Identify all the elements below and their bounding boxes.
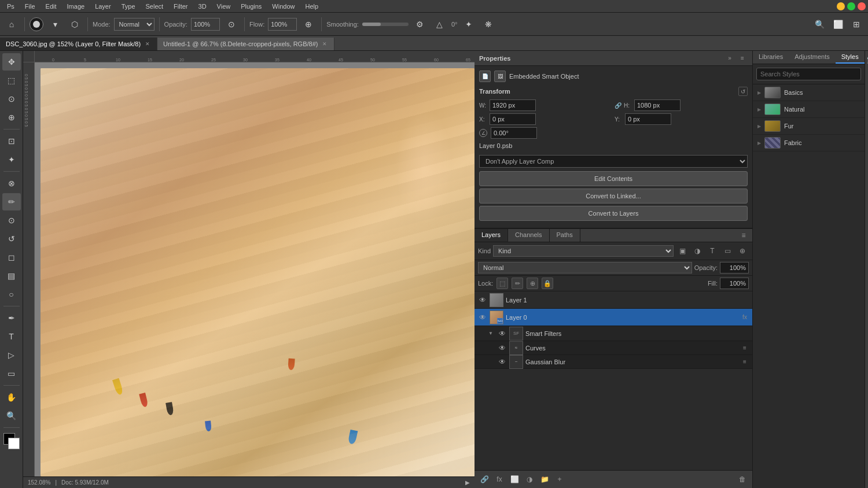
gaussian-blur-item[interactable]: 👁 ~ Gaussian Blur ≡ xyxy=(475,355,752,369)
add-style-btn[interactable]: fx xyxy=(493,473,506,486)
dodge-tool[interactable]: ○ xyxy=(2,286,21,303)
menu-ps[interactable]: Ps xyxy=(2,2,19,11)
symmetry-button[interactable]: ✦ xyxy=(461,16,477,32)
layer-1-visibility[interactable]: 👁 xyxy=(478,295,487,305)
convert-to-layers-button[interactable]: Convert to Layers xyxy=(479,206,748,221)
eraser-tool[interactable]: ◻ xyxy=(2,249,21,266)
style-basics[interactable]: ▶ Basics xyxy=(753,84,865,101)
history-brush-tool[interactable]: ↺ xyxy=(2,230,21,247)
menu-type[interactable]: Type xyxy=(117,2,140,11)
pen-tool[interactable]: ✒ xyxy=(2,309,21,327)
color-preview[interactable] xyxy=(3,433,20,449)
quick-select-tool[interactable]: ⊕ xyxy=(2,109,21,126)
smart-filters-item[interactable]: ▼ 👁 SF Smart Filters xyxy=(475,326,752,341)
status-arrow[interactable]: ▶ xyxy=(465,479,470,486)
smoothing-bar[interactable] xyxy=(362,23,409,26)
new-fill-btn[interactable]: ◑ xyxy=(523,473,536,486)
tab-1[interactable]: DSC_3060.jpg @ 152% (Layer 0, Filter Mas… xyxy=(0,38,157,50)
gaussian-vis[interactable]: 👁 xyxy=(498,357,507,367)
flow-input[interactable] xyxy=(268,18,297,31)
extra-button[interactable]: ❋ xyxy=(480,16,496,32)
w-input[interactable] xyxy=(490,99,536,111)
rs-grid-btn[interactable]: ⊞ xyxy=(865,113,868,126)
tab-layers[interactable]: Layers xyxy=(475,229,508,242)
kind-dropdown[interactable]: Kind xyxy=(493,245,674,257)
style-fabric[interactable]: ▶ Fabric xyxy=(753,135,865,151)
filter-shape-btn[interactable]: ▭ xyxy=(721,245,734,257)
airbrush-toggle[interactable]: ⊙ xyxy=(223,16,240,32)
new-layer-btn[interactable]: + xyxy=(553,473,566,486)
filter-pixel-btn[interactable]: ▣ xyxy=(676,245,689,257)
shape-tool[interactable]: ▭ xyxy=(2,365,21,382)
tab-2-close[interactable]: ✕ xyxy=(321,40,328,47)
angle-input[interactable] xyxy=(491,127,537,139)
smart-filters-visibility[interactable]: 👁 xyxy=(498,329,507,338)
canvas-area[interactable]: 0 5 10 15 20 25 30 35 40 45 50 55 60 65 … xyxy=(23,51,475,488)
menu-image[interactable]: Image xyxy=(62,2,90,11)
smoothing-settings[interactable]: ⚙ xyxy=(412,16,428,32)
gradient-tool[interactable]: ▤ xyxy=(2,267,21,284)
menu-select[interactable]: Select xyxy=(141,2,168,11)
menu-filter[interactable]: Filter xyxy=(169,2,192,11)
tab-1-close[interactable]: ✕ xyxy=(144,40,151,47)
delete-layer-btn[interactable]: 🗑 xyxy=(736,473,749,486)
tab-2[interactable]: Untitled-1 @ 66.7% (8.Delete-cropped-pix… xyxy=(157,38,334,50)
menu-view[interactable]: View xyxy=(212,2,236,11)
eyedropper-tool[interactable]: ✦ xyxy=(2,151,21,168)
clone-tool[interactable]: ⊙ xyxy=(2,212,21,229)
convert-to-linked-button[interactable]: Convert to Linked... xyxy=(479,188,748,204)
tab-paths[interactable]: Paths xyxy=(550,229,580,242)
curves-item[interactable]: 👁 ≈ Curves ≡ xyxy=(475,341,752,355)
rs-adjust-btn[interactable]: ◑ xyxy=(865,68,868,81)
link-layers-btn[interactable]: 🔗 xyxy=(478,473,491,486)
filter-adjust-btn[interactable]: ◑ xyxy=(691,245,704,257)
menu-file[interactable]: File xyxy=(20,2,40,11)
tab-adjustments[interactable]: Adjustments xyxy=(789,51,836,64)
layer-0-visibility[interactable]: 👁 xyxy=(478,313,487,322)
layer-comp-dropdown[interactable]: Don't Apply Layer Comp xyxy=(479,155,748,168)
menu-window[interactable]: Window xyxy=(267,2,299,11)
properties-expand-btn[interactable]: » xyxy=(724,53,735,64)
tab-styles[interactable]: Styles xyxy=(836,51,865,64)
layer-item-0[interactable]: 👁 SO Layer 0 fx xyxy=(475,309,752,326)
layer-item-1[interactable]: 👁 Layer 1 xyxy=(475,291,752,309)
curves-visibility[interactable]: 👁 xyxy=(498,343,507,353)
menu-plugins[interactable]: Plugins xyxy=(236,2,266,11)
rs-layers-btn[interactable]: ⬚ xyxy=(865,143,868,156)
type-tool[interactable]: T xyxy=(2,328,21,345)
transform-reset-btn[interactable]: ↺ xyxy=(738,87,748,96)
heal-tool[interactable]: ⊗ xyxy=(2,175,21,192)
lasso-tool[interactable]: ⊙ xyxy=(2,90,21,108)
x-input[interactable] xyxy=(490,113,536,125)
workspace-button[interactable]: ⬜ xyxy=(830,16,846,32)
h-input[interactable] xyxy=(634,99,681,111)
smart-filters-expand[interactable]: ▼ xyxy=(488,331,495,336)
tab-libraries[interactable]: Libraries xyxy=(753,51,789,64)
style-natural[interactable]: ▶ Natural xyxy=(753,101,865,118)
filter-smart-btn[interactable]: ⊕ xyxy=(736,245,749,257)
rs-history-btn[interactable]: ↺ xyxy=(865,128,868,141)
menu-edit[interactable]: Edit xyxy=(41,2,61,11)
properties-menu-btn[interactable]: ≡ xyxy=(737,53,748,64)
rs-type-btn[interactable]: T xyxy=(865,83,868,96)
home-button[interactable]: ⌂ xyxy=(3,16,20,32)
gaussian-options[interactable]: ≡ xyxy=(741,358,749,366)
new-group-btn[interactable]: 📁 xyxy=(538,473,551,486)
curves-options[interactable]: ≡ xyxy=(741,344,749,352)
zoom-tool[interactable]: 🔍 xyxy=(2,407,21,424)
menu-help[interactable]: Help xyxy=(300,2,323,11)
brush-toggle-button[interactable]: ⬡ xyxy=(67,16,83,32)
selection-tool[interactable]: ⬚ xyxy=(2,72,21,89)
layers-panel-menu[interactable]: ≡ xyxy=(737,229,750,242)
tab-channels[interactable]: Channels xyxy=(508,229,549,242)
blend-mode-dropdown[interactable]: Normal xyxy=(478,262,692,273)
background-color[interactable] xyxy=(8,438,20,449)
menu-3d[interactable]: 3D xyxy=(194,2,211,11)
close-button[interactable] xyxy=(858,2,866,10)
lock-artboard-btn[interactable]: ⊕ xyxy=(527,278,538,289)
search-button[interactable]: 🔍 xyxy=(811,16,827,32)
add-mask-btn[interactable]: ⬜ xyxy=(508,473,521,486)
lock-position-btn[interactable]: ✏ xyxy=(512,278,523,289)
canvas-image[interactable] xyxy=(41,68,475,476)
lock-pixels-btn[interactable]: ⬚ xyxy=(496,278,508,289)
